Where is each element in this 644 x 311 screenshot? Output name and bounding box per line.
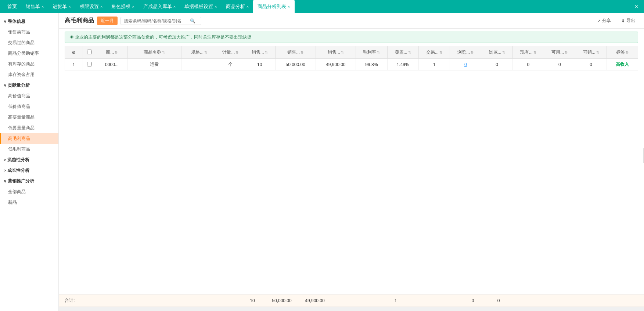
nav-item[interactable]: 单据模板设置 ×: [180, 0, 221, 13]
data-table: ⚙商...⇅商品名称⇅规格...⇅计量...⇅销售...⇅销售...⇅销售...…: [65, 46, 638, 70]
row-checkbox[interactable]: [83, 59, 96, 70]
col-label: 交易...: [426, 49, 439, 55]
nav-item[interactable]: 角色授权 ×: [107, 0, 138, 13]
info-banner: ◈ 企业的主要的利润都是这部分商品创造的，可考虑加大推广，同时关注库存是不要出现…: [65, 32, 638, 43]
sort-icon[interactable]: ⇅: [565, 50, 568, 54]
table-column-header[interactable]: 销售...⇅: [275, 46, 316, 59]
sidebar-item[interactable]: 低要量量商品: [0, 123, 58, 133]
nav-item[interactable]: 权限设置 ×: [75, 0, 107, 13]
sort-icon[interactable]: ⇅: [115, 50, 118, 54]
nav-close-icon[interactable]: ×: [288, 4, 290, 9]
section-arrow-icon: ∨: [4, 83, 6, 87]
nav-item[interactable]: 产成品入库单 ×: [139, 0, 180, 13]
table-column-header[interactable]: 标签⇅: [607, 46, 638, 59]
col-label: 销售...: [252, 49, 264, 55]
sort-icon[interactable]: ⇅: [471, 50, 474, 54]
table-column-header[interactable]: 浏览...⇅: [481, 46, 512, 59]
nav-item[interactable]: 商品分析 ×: [222, 0, 253, 13]
sidebar-item[interactable]: 低毛利商品: [0, 144, 58, 155]
table-column-header[interactable]: 销售...⇅: [316, 46, 356, 59]
data-table-wrapper: ⚙商...⇅商品名称⇅规格...⇅计量...⇅销售...⇅销售...⇅销售...…: [65, 46, 638, 294]
sidebar-item[interactable]: 有库存的商品: [0, 59, 58, 69]
nav-item[interactable]: 首页: [3, 0, 21, 13]
sidebar-item[interactable]: 全部商品: [0, 187, 58, 197]
table-column-header[interactable]: 现有...⇅: [512, 46, 544, 59]
nav-close-icon[interactable]: ×: [215, 4, 217, 9]
row-select-checkbox[interactable]: [87, 62, 92, 66]
header-actions: ↗ 分享 ⬇ 导出: [594, 16, 638, 25]
settings-icon[interactable]: ⚙: [72, 50, 76, 55]
sidebar-section-header[interactable]: > 流趋性分析: [0, 155, 58, 165]
export-button[interactable]: ⬇ 导出: [618, 16, 638, 25]
sort-icon[interactable]: ⇅: [626, 50, 629, 54]
search-icon[interactable]: 🔍: [190, 18, 195, 23]
nav-close-icon[interactable]: ×: [247, 4, 249, 9]
nav-close-icon[interactable]: ×: [68, 4, 71, 9]
col-label: 可用...: [551, 49, 564, 55]
sidebar-item[interactable]: 高要量量商品: [0, 112, 58, 123]
nav-close-icon[interactable]: ×: [132, 4, 134, 9]
sidebar-section-header[interactable]: ∨ 贡献量分析: [0, 80, 58, 91]
nav-close-icon[interactable]: ×: [100, 4, 102, 9]
sidebar-item[interactable]: 交易过的商品: [0, 37, 58, 48]
coverage: 1.49%: [387, 59, 418, 70]
table-column-header[interactable]: 交易...⇅: [418, 46, 450, 59]
sidebar-section-header[interactable]: ∨ 整体信息: [0, 16, 58, 27]
nav-close-icon[interactable]: ×: [42, 4, 44, 9]
sort-icon[interactable]: ⇅: [439, 50, 442, 54]
table-column-header[interactable]: 商品名称⇅: [127, 46, 181, 59]
nav-item[interactable]: 销售单 ×: [21, 0, 48, 13]
table-column-header[interactable]: 商...⇅: [96, 46, 127, 59]
table-column-header[interactable]: 毛利率⇅: [356, 46, 387, 59]
sort-icon[interactable]: ⇅: [408, 50, 411, 54]
table-column-header[interactable]: 计量...⇅: [217, 46, 244, 59]
sort-icon[interactable]: ⇅: [265, 50, 268, 54]
window-close-button[interactable]: ×: [632, 3, 641, 10]
section-arrow-icon: ∨: [4, 19, 6, 23]
views1[interactable]: 0: [450, 59, 481, 70]
sidebar-item[interactable]: 商品分类助销率: [0, 48, 58, 59]
table-column-header[interactable]: 销售...⇅: [244, 46, 275, 59]
sort-icon[interactable]: ⇅: [596, 50, 599, 54]
footer-sales-qty: 10: [240, 298, 265, 303]
col-label: 浏览...: [489, 49, 501, 55]
sort-icon[interactable]: ⇅: [204, 50, 207, 54]
nav-close-icon[interactable]: ×: [173, 4, 176, 9]
sidebar-item[interactable]: 新品: [0, 197, 58, 208]
sort-icon[interactable]: ⇅: [533, 50, 536, 54]
filter-period-button[interactable]: 近一月: [97, 17, 118, 25]
col-label: 标签: [616, 49, 625, 55]
sidebar-item[interactable]: 销售类商品: [0, 27, 58, 37]
share-button[interactable]: ↗ 分享: [594, 16, 614, 25]
sidebar-item[interactable]: 低价值商品: [0, 101, 58, 112]
sort-icon[interactable]: ⇅: [377, 50, 380, 54]
sales-net: 49,900.00: [316, 59, 356, 70]
table-column-header[interactable]: 规格...⇅: [181, 46, 217, 59]
table-column-header[interactable]: 浏览...⇅: [450, 46, 481, 59]
nav-item[interactable]: 进货单 ×: [48, 0, 75, 13]
table-column-header[interactable]: 可销...⇅: [575, 46, 607, 59]
nav-item[interactable]: 商品分析列表 ×: [253, 0, 294, 13]
sidebar-section-header[interactable]: ∨ 营销推广分析: [0, 176, 58, 187]
sidebar-section-header[interactable]: > 成长性分析: [0, 165, 58, 176]
sidebar-item[interactable]: 高价值商品: [0, 91, 58, 101]
sort-icon[interactable]: ⇅: [502, 50, 505, 54]
available-stock: 0: [544, 59, 575, 70]
sort-icon[interactable]: ⇅: [341, 50, 344, 54]
product-name: 运费: [127, 59, 181, 70]
sort-icon[interactable]: ⇅: [235, 50, 238, 54]
margin-rate: 99.8%: [356, 59, 387, 70]
table-column-header[interactable]: 覆盖...⇅: [387, 46, 418, 59]
product-spec: [181, 59, 217, 70]
horizontal-scrollbar[interactable]: [59, 307, 644, 311]
section-arrow-icon: ∨: [4, 179, 6, 183]
sort-icon[interactable]: ⇅: [162, 50, 165, 54]
sort-icon[interactable]: ⇅: [301, 50, 303, 54]
select-all-checkbox[interactable]: [87, 50, 92, 54]
table-column-header[interactable]: 可用...⇅: [544, 46, 575, 59]
search-input[interactable]: [124, 18, 190, 23]
sidebar-item[interactable]: 库存资金占用: [0, 69, 58, 80]
sidebar-item[interactable]: 高毛利商品: [0, 133, 58, 144]
product-unit: 个: [217, 59, 244, 70]
main-container: ∨ 整体信息销售类商品交易过的商品商品分类助销率有库存的商品库存资金占用∨ 贡献…: [0, 13, 644, 311]
